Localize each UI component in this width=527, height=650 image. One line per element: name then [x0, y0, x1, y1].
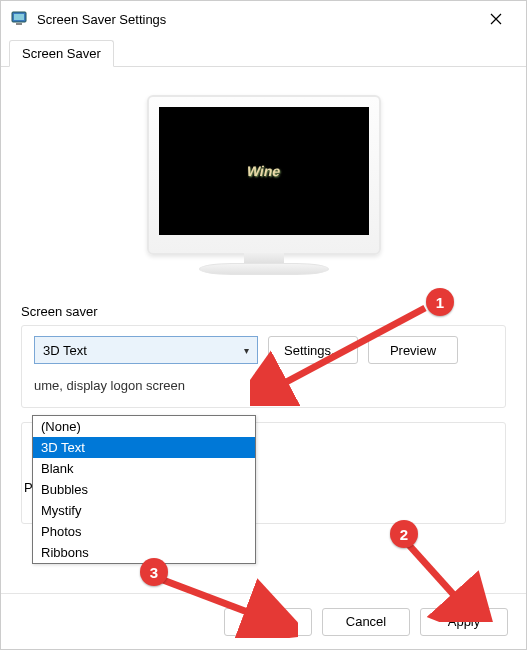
svg-rect-2 — [16, 23, 22, 25]
screensaver-selected-value: 3D Text — [43, 343, 244, 358]
screensaver-icon — [11, 10, 29, 28]
dropdown-option[interactable]: 3D Text — [33, 437, 255, 458]
svg-line-5 — [163, 580, 258, 616]
dropdown-option[interactable]: Mystify — [33, 500, 255, 521]
window-title: Screen Saver Settings — [37, 12, 476, 27]
annotation-arrow-1 — [250, 296, 440, 406]
annotation-arrow-3 — [148, 568, 298, 638]
dropdown-option[interactable]: (None) — [33, 416, 255, 437]
dropdown-option[interactable]: Blank — [33, 458, 255, 479]
tab-strip: Screen Saver — [1, 37, 526, 67]
dropdown-option[interactable]: Photos — [33, 521, 255, 542]
svg-rect-1 — [14, 14, 24, 20]
dropdown-option[interactable]: Ribbons — [33, 542, 255, 563]
dropdown-option[interactable]: Bubbles — [33, 479, 255, 500]
chevron-down-icon: ▾ — [244, 345, 249, 356]
monitor-preview: Wine — [147, 95, 381, 280]
screensaver-dropdown-list[interactable]: (None)3D TextBlankBubblesMystifyPhotosRi… — [32, 415, 256, 564]
svg-line-3 — [275, 308, 425, 388]
close-icon — [490, 13, 502, 25]
svg-line-4 — [408, 544, 462, 604]
preview-screen: Wine — [159, 107, 369, 235]
annotation-badge-1: 1 — [426, 288, 454, 316]
annotation-badge-3: 3 — [140, 558, 168, 586]
screensaver-combobox[interactable]: 3D Text ▾ — [34, 336, 258, 364]
tab-screensaver[interactable]: Screen Saver — [9, 40, 114, 67]
titlebar: Screen Saver Settings — [1, 1, 526, 37]
annotation-badge-2: 2 — [390, 520, 418, 548]
close-button[interactable] — [476, 4, 516, 34]
preview-3d-text: Wine — [245, 163, 282, 179]
